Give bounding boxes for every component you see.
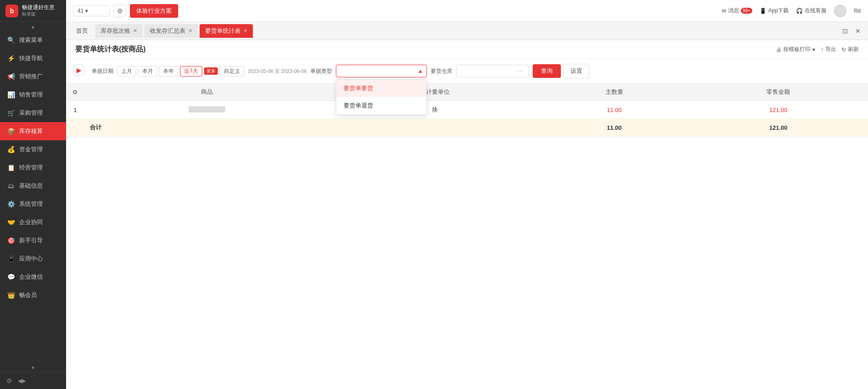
export-icon: ↑ [821,46,823,53]
tab-receivable[interactable]: 收发存汇总表 ✕ [144,24,198,38]
table-row: 1 块 11.00 121.00 [66,101,868,119]
sidebar-item-marketing[interactable]: 📢 营销推广 [0,67,66,86]
filter-row: 单据日期 上月 本月 本年 近7天 更多 自定义 2023-05-06 至 20… [92,64,861,78]
filter-expand-button[interactable]: ▶ [73,65,84,76]
sidebar-item-purchase[interactable]: 🛒 采购管理 [0,104,66,122]
filter-settings-button[interactable]: 设置 [564,64,589,78]
topbar-right: ✉ 消息 99+ 📱 App下载 🎧 在线客服 Rit [722,5,861,17]
date-range-text: 2023-05-06 至 2023-06-06 [248,68,307,75]
sidebar-item-label: 销售管理 [19,91,43,99]
sidebar-item-appstore[interactable]: 📱 应用中心 [0,250,66,268]
sidebar-item-label: 新手引导 [19,236,43,245]
refresh-button[interactable]: ↻ 刷新 [842,46,859,53]
store-name: 41 [77,8,83,14]
sidebar-item-sales[interactable]: 📊 销售管理 [0,86,66,104]
guide-icon: 🎯 [6,236,15,245]
tab-order-stats-label: 要货单统计表 [205,27,241,35]
sidebar-item-inventory[interactable]: 📦 库存核算 [0,122,66,140]
footer-settings-icon[interactable]: ⚙ [6,377,12,384]
tab-home[interactable]: 首页 [71,24,93,38]
tab-inventory-batch-label: 库存批次账 [101,27,130,35]
warehouse-label: 要货仓库 [431,67,452,75]
tab-close-icon[interactable]: ✕ [243,28,247,34]
warehouse-section: 要货仓库 ··· [431,65,529,77]
warehouse-input[interactable]: ··· [456,65,529,77]
sidebar-footer: ⚙ ◀▶ [0,372,66,389]
store-selector[interactable]: 41 ▾ [73,5,110,16]
tab-close-icon[interactable]: ✕ [133,28,137,34]
sidebar-item-operation[interactable]: 📋 经营管理 [0,159,66,177]
user-avatar[interactable] [834,5,847,17]
sidebar-item-shortcut[interactable]: ⚡ 快捷导航 [0,49,66,67]
export-button[interactable]: ↑ 导出 [821,46,836,53]
sidebar-item-wechat[interactable]: 💬 企业微信 [0,268,66,286]
sidebar-item-search[interactable]: 🔍 搜索菜单 [0,31,66,49]
logo-text-block: 畅捷通好生意 标准版 [22,4,55,18]
date-cur-year-button[interactable]: 本年 [159,66,178,77]
footer-qty: 11.00 [540,119,688,137]
system-icon: ⚙️ [6,200,15,209]
footer-collapse-icon[interactable]: ◀▶ [18,378,26,384]
order-type-select[interactable]: ▲ [336,65,427,77]
date-7days-button[interactable]: 近7天 [180,66,202,77]
sidebar-item-label: 经营管理 [19,164,43,172]
col-goods: 商品 [84,83,330,101]
dropdown-option-order[interactable]: 要货单要货 [336,80,426,97]
app-download-button[interactable]: 📱 App下载 [760,7,789,15]
sidebar-item-finance[interactable]: 💰 资金管理 [0,140,66,159]
tab-close-icon[interactable]: ✕ [188,28,192,34]
sidebar-scroll-down[interactable]: ▼ [0,363,66,372]
logo-area: b 畅捷通好生意 标准版 [0,0,66,22]
sidebar-item-basic[interactable]: 🗂 基础信息 [0,177,66,195]
sidebar-item-label: 营销推广 [19,72,43,81]
tab-inventory-batch[interactable]: 库存批次账 ✕ [95,24,143,38]
tab-order-stats[interactable]: 要货单统计表 ✕ [200,24,253,38]
sales-icon: 📊 [6,90,15,99]
tab-close-all-button[interactable]: ✕ [853,26,863,36]
tabbar: 首页 库存批次账 ✕ 收发存汇总表 ✕ 要货单统计表 ✕ ⊡ ✕ [66,22,868,40]
footer-label: 合计 [84,119,330,137]
gear-icon[interactable]: ⚙ [72,89,78,96]
export-label: 导出 [825,46,836,53]
sidebar-item-enterprise[interactable]: 🤝 企业协同 [0,213,66,231]
sidebar-item-system[interactable]: ⚙️ 系统管理 [0,195,66,213]
refresh-icon: ↻ [842,46,846,53]
dropdown-option-return[interactable]: 要货单退货 [336,97,426,114]
sidebar-item-member[interactable]: 👑 畅会员 [0,286,66,304]
sidebar-nav: 🔍 搜索菜单 ⚡ 快捷导航 📢 营销推广 📊 销售管理 🛒 采购管理 📦 库存核… [0,31,66,363]
date-custom-button[interactable]: 自定义 [220,66,244,77]
online-service-label: 在线客服 [805,7,827,15]
messages-button[interactable]: ✉ 消息 99+ [722,7,752,15]
trial-button[interactable]: 体验行业方案 [130,4,178,18]
online-service-button[interactable]: 🎧 在线客服 [796,7,827,15]
appstore-icon: 📱 [6,254,15,263]
col-qty: 主数量 [540,83,688,101]
page-title: 要货单统计表(按商品) [75,45,146,54]
print-label: 按模板打印 [783,46,811,53]
shortcut-icon: ⚡ [6,54,15,63]
cell-goods [84,101,330,119]
footer-amount: 121.00 [688,119,868,137]
print-button[interactable]: 🖨 按模板打印 ▾ [776,46,815,53]
filter-line-1: 单据日期 上月 本月 本年 近7天 更多 自定义 2023-05-06 至 20… [92,64,861,78]
marketing-icon: 📢 [6,72,15,81]
query-button[interactable]: 查询 [533,64,561,78]
tab-maximize-button[interactable]: ⊡ [840,26,851,36]
cell-qty: 11.00 [540,101,688,119]
date-prev-month-button[interactable]: 上月 [117,66,136,77]
more-icon[interactable]: ··· [515,67,525,75]
sidebar-scroll-up[interactable]: ▲ [0,22,66,31]
chevron-down-icon: ▾ [85,8,88,14]
phone-icon: 📱 [760,8,766,14]
sidebar-item-guide[interactable]: 🎯 新手引导 [0,231,66,250]
enterprise-icon: 🤝 [6,218,15,227]
operation-icon: 📋 [6,163,15,172]
topbar-gear-button[interactable]: ⚙ [113,5,126,17]
cell-seq: 1 [66,101,84,119]
app-download-label: App下载 [768,7,789,15]
date-cur-month-button[interactable]: 本月 [138,66,157,77]
footer-empty-1 [66,119,84,137]
date-more-badge[interactable]: 更多 [204,67,218,75]
logo-icon: b [5,5,18,17]
refresh-label: 刷新 [848,46,859,53]
